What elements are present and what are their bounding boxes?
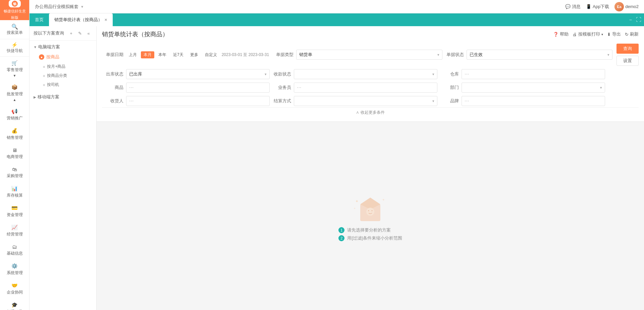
collapse-bar[interactable]: ∧ 收起更多条件 xyxy=(102,107,639,117)
help-btn[interactable]: ❓ 帮助 xyxy=(553,31,569,37)
date-tab-last-month[interactable]: 上月 xyxy=(126,51,140,58)
collection-select[interactable]: ▾ xyxy=(294,69,437,79)
sidebar-item-operation[interactable]: 📈 经营管理 xyxy=(0,221,29,241)
tree-child-by-goods[interactable]: ● 按商品 xyxy=(30,52,96,62)
user-profile[interactable]: Ea demo2 xyxy=(614,2,639,11)
dept-select[interactable]: ▾ xyxy=(462,83,605,93)
date-tab-this-year[interactable]: 本年 xyxy=(156,51,169,58)
collection-label: 收款状态 xyxy=(270,71,294,77)
by-goods-label: 按商品 xyxy=(46,54,59,60)
download-icon: 📱 xyxy=(586,4,591,9)
driver-icon: ≡ xyxy=(43,83,45,87)
staff-input[interactable]: ··· xyxy=(294,83,437,93)
warehouse-status-select[interactable]: 已出库 ▾ xyxy=(126,69,270,79)
tree-grandchild-month-goods[interactable]: ≡ 按月+商品 xyxy=(30,62,96,71)
receiver-input[interactable]: ··· xyxy=(126,96,270,106)
tab-sales-stat[interactable]: 销货单统计表（按商品） ✕ xyxy=(49,13,113,26)
docstatus-label: 单据状态 xyxy=(442,52,467,58)
sidebar-item-marketing[interactable]: 📢 营销推广 xyxy=(0,105,29,124)
sidebar: 畅 畅捷信好生意 标版 🔍 搜索菜单 ⚡ 快捷导航 🛒 零售管理 ▼ 📦 批发管… xyxy=(0,0,30,310)
edit-scheme-btn[interactable]: ✎ xyxy=(76,30,84,37)
type-select[interactable]: 销货单 ▾ xyxy=(296,50,442,60)
breadcrumb-chevron: ▾ xyxy=(81,4,83,9)
svg-text:✦: ✦ xyxy=(355,199,359,204)
warehouse-status-value: 已出库 xyxy=(129,71,142,77)
tree-grandchild-driver[interactable]: ≡ 按司机 xyxy=(30,80,96,89)
docstatus-value: 已生效 xyxy=(470,52,483,58)
date-tabs: 上月 本月 本年 近7天 更多 自定义 xyxy=(126,51,220,58)
settle-select[interactable]: ▾ xyxy=(294,96,437,106)
receiver-dots: ··· xyxy=(129,98,133,104)
collapse-panel-btn[interactable]: « xyxy=(85,30,92,37)
date-tab-7days[interactable]: 近7天 xyxy=(170,51,186,58)
message-icon: 💬 xyxy=(565,4,571,9)
collection-arrow: ▾ xyxy=(432,72,434,76)
sidebar-item-ecommerce[interactable]: 🖥 电商管理 xyxy=(0,144,29,163)
svg-text:畅: 畅 xyxy=(13,2,16,6)
tree-group-mobile: ▶ 移动端方案 xyxy=(30,91,96,103)
sidebar-item-finance[interactable]: 💳 资金管理 xyxy=(0,202,29,221)
sidebar-item-system[interactable]: ⚙️ 系统管理 xyxy=(0,260,29,279)
sidebar-item-inventory[interactable]: 📊 库存核算 xyxy=(0,182,29,202)
tabbar: 首页 销货单统计表（按商品） ✕ － ⛶ xyxy=(30,13,644,26)
docstatus-arrow: ▾ xyxy=(607,53,609,57)
left-panel-header: 按以下方案查询 + ✎ « xyxy=(30,26,96,41)
refresh-btn[interactable]: ↻ 刷新 xyxy=(625,31,639,37)
query-button[interactable]: 查询 xyxy=(616,44,639,54)
date-tab-more[interactable]: 更多 xyxy=(187,51,201,58)
tree-parent-desktop[interactable]: ▼ 电脑端方案 xyxy=(30,42,96,52)
settings-button[interactable]: 设置 xyxy=(616,56,639,66)
avatar: Ea xyxy=(614,2,624,11)
tree-grandchild-goods-category[interactable]: ≡ 按商品分类 xyxy=(30,71,96,80)
sidebar-item-guide[interactable]: 🎓 新手引导 xyxy=(0,299,29,310)
goods-category-icon: ≡ xyxy=(43,74,45,78)
page-title-actions: ❓ 帮助 🖨 按模板打印 ▾ ⬇ 导出 ↻ xyxy=(553,31,639,37)
sidebar-search[interactable]: 🔍 搜索菜单 xyxy=(0,20,29,39)
app-subtitle: 标版 xyxy=(11,15,18,20)
date-tab-custom[interactable]: 自定义 xyxy=(202,51,220,58)
tree-parent-desktop-label: 电脑端方案 xyxy=(38,44,60,50)
page-title-row: 销货单统计表（按商品） ❓ 帮助 🖨 按模板打印 ▾ ⬇ xyxy=(102,30,639,38)
date-range: 2023-03-01 至 2023-03-31 xyxy=(222,52,269,58)
tab-close-btn[interactable]: ✕ xyxy=(104,18,107,22)
help-icon: ❓ xyxy=(553,32,558,37)
topbar-left: 办公用品行业模拟账套 ▾ xyxy=(35,4,83,10)
empty-state: ✦ ✦ ✦ 1 请先选择要分析的方案 2 用[过滤]条件来缩小分析范围 xyxy=(97,122,644,310)
app-download-btn[interactable]: 📱 App下载 xyxy=(586,4,609,10)
warehouse-status-label: 出库状态 xyxy=(102,71,126,77)
storage-input[interactable]: ··· xyxy=(462,69,605,79)
goods-input[interactable]: ··· xyxy=(126,83,270,93)
panel-actions: + ✎ « xyxy=(67,30,92,37)
sidebar-item-enterprise[interactable]: 🤝 企业协同 xyxy=(0,279,29,299)
minimize-icon[interactable]: － xyxy=(628,16,633,23)
svg-point-7 xyxy=(372,210,373,211)
date-tab-this-month[interactable]: 本月 xyxy=(141,51,154,58)
maximize-icon[interactable]: ⛶ xyxy=(636,17,641,23)
hint2-num: 2 xyxy=(338,235,344,241)
empty-illustration: ✦ ✦ ✦ xyxy=(350,191,390,224)
svg-text:✦: ✦ xyxy=(354,207,356,210)
topbar: 办公用品行业模拟账套 ▾ 💬 消息 📱 App下载 Ea demo2 xyxy=(30,0,644,13)
right-panel: 销货单统计表（按商品） ❓ 帮助 🖨 按模板打印 ▾ ⬇ xyxy=(97,26,644,310)
add-scheme-btn[interactable]: + xyxy=(67,30,75,37)
sidebar-item-sales[interactable]: 💰 销售管理 xyxy=(0,124,29,144)
message-btn[interactable]: 💬 消息 xyxy=(565,4,581,10)
brand-label: 品牌 xyxy=(437,98,462,104)
sidebar-item-basic[interactable]: 🗂 基础信息 xyxy=(0,241,29,260)
tabbar-right: － ⛶ xyxy=(628,16,644,23)
tree-parent-mobile[interactable]: ▶ 移动端方案 xyxy=(30,92,96,102)
sidebar-item-purchase[interactable]: 🛍 采购管理 xyxy=(0,163,29,182)
export-btn[interactable]: ⬇ 导出 xyxy=(607,31,621,37)
empty-hint1: 请先选择要分析的方案 xyxy=(347,227,391,233)
docstatus-select[interactable]: 已生效 ▾ xyxy=(467,50,612,60)
print-btn[interactable]: 🖨 按模板打印 ▾ xyxy=(573,31,603,37)
tab-home[interactable]: 首页 xyxy=(30,13,49,26)
receiver-label: 收货人 xyxy=(102,98,126,104)
sidebar-item-wholesale[interactable]: 📦 批发管理 ▲ xyxy=(0,81,29,105)
sidebar-item-retail[interactable]: 🛒 零售管理 ▼ xyxy=(0,57,29,81)
sidebar-nav[interactable]: ⚡ 快捷导航 xyxy=(0,39,29,57)
left-panel: 按以下方案查询 + ✎ « ▼ 电脑端方案 ● 按商品 ≡ xyxy=(30,26,97,310)
svg-point-6 xyxy=(368,210,369,211)
dept-arrow: ▾ xyxy=(600,86,602,90)
brand-input[interactable]: ··· xyxy=(462,96,605,106)
